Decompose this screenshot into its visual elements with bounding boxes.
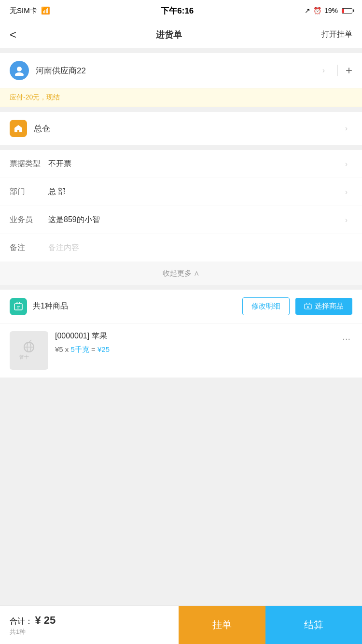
page-title: 进货单 (156, 29, 182, 41)
status-bar: 无SIM卡 📶 下午6:16 ↗ ⏰ 19% (0, 0, 362, 21)
collapse-bar[interactable]: 收起更多 ∧ (0, 262, 362, 285)
notice-text: 应付-20元，现结 (10, 93, 60, 101)
invoice-label: 票据类型 (10, 159, 48, 169)
status-time: 下午6:16 (161, 5, 194, 16)
total-row: 合计： ¥ 25 (10, 614, 169, 627)
product-item: 督十 [0000001] 苹果 ¥5 x 5千克 = ¥25 ··· (0, 323, 362, 378)
battery-icon (342, 8, 352, 14)
product-title: 苹果 (92, 332, 107, 340)
warehouse-name: 总仓 (34, 123, 345, 134)
invoice-value: 不开票 (48, 159, 345, 169)
dept-chevron-icon: › (345, 188, 348, 196)
edit-detail-button[interactable]: 修改明细 (242, 297, 290, 315)
product-info: [0000001] 苹果 ¥5 x 5千克 = ¥25 (55, 331, 334, 354)
select-product-button[interactable]: 选择商品 (295, 298, 352, 315)
products-header: 共1种商品 修改明细 选择商品 (0, 290, 362, 323)
notice-bar: 应付-20元，现结 (0, 88, 362, 107)
product-more-button[interactable]: ··· (340, 331, 352, 346)
warehouse-icon (10, 120, 27, 137)
checkout-button[interactable]: 结算 (265, 606, 362, 644)
product-multiply-icon: x (65, 345, 71, 353)
battery-label: 19% (324, 7, 338, 14)
open-hang-button[interactable]: 打开挂单 (321, 29, 352, 40)
invoice-chevron-icon: › (345, 160, 348, 168)
note-placeholder[interactable]: 备注内容 (48, 243, 352, 253)
supplier-section: 河南供应商22 › + 应付-20元，现结 (0, 53, 362, 107)
product-price: ¥5 x 5千克 = ¥25 (55, 345, 334, 354)
form-row-salesman[interactable]: 业务员 这是859的小智 › (0, 206, 362, 234)
divider (337, 65, 338, 76)
status-left: 无SIM卡 📶 (10, 6, 50, 15)
dept-label: 部门 (10, 187, 48, 197)
total-count: 共1种 (10, 628, 169, 636)
svg-text:督十: 督十 (19, 354, 29, 360)
nav-bar: < 进货单 打开挂单 (0, 21, 362, 48)
svg-point-1 (15, 72, 24, 76)
section-gap-3 (0, 145, 362, 150)
carrier-label: 无SIM卡 (10, 6, 37, 15)
product-thumbnail: 督十 (10, 331, 48, 370)
section-gap-4 (0, 285, 362, 290)
product-name: [0000001] 苹果 (55, 331, 334, 341)
products-section: 共1种商品 修改明细 选择商品 督十 [0000001] 苹果 (0, 290, 362, 378)
add-supplier-button[interactable]: + (346, 64, 352, 77)
total-amount: ¥ 25 (35, 614, 56, 626)
form-section: 票据类型 不开票 › 部门 总 部 › 业务员 这是859的小智 › 备注 备注… (0, 150, 362, 262)
note-label: 备注 (10, 243, 48, 253)
products-icon (10, 298, 27, 315)
products-count: 共1种商品 (33, 301, 237, 311)
total-label: 合计： (10, 617, 33, 625)
warehouse-section: 总仓 › (0, 112, 362, 145)
product-unit-price: ¥5 (55, 345, 63, 353)
location-icon: ↗ (305, 7, 310, 14)
supplier-chevron-icon: › (322, 66, 325, 75)
dept-value: 总 部 (48, 187, 345, 197)
warehouse-chevron-icon: › (345, 124, 348, 133)
form-row-note[interactable]: 备注 备注内容 (0, 234, 362, 262)
total-section: 合计： ¥ 25 共1种 (0, 614, 179, 636)
section-gap-1 (0, 48, 362, 53)
product-quantity[interactable]: 5千克 (71, 345, 89, 353)
status-right: ↗ ⏰ 19% (305, 7, 352, 14)
form-row-dept[interactable]: 部门 总 部 › (0, 178, 362, 206)
select-product-label: 选择商品 (315, 302, 344, 311)
product-id: [0000001] (55, 332, 89, 340)
hang-button[interactable]: 挂单 (179, 606, 265, 644)
supplier-avatar (10, 61, 29, 80)
salesman-chevron-icon: › (345, 216, 348, 224)
salesman-label: 业务员 (10, 215, 48, 225)
warehouse-row[interactable]: 总仓 › (0, 112, 362, 145)
supplier-name: 河南供应商22 (36, 65, 322, 76)
alarm-icon: ⏰ (313, 7, 321, 14)
product-total: ¥25 (97, 345, 110, 353)
salesman-value: 这是859的小智 (48, 215, 345, 225)
form-row-invoice[interactable]: 票据类型 不开票 › (0, 150, 362, 178)
bottom-bar: 合计： ¥ 25 共1种 挂单 结算 (0, 605, 362, 644)
wifi-icon: 📶 (41, 6, 50, 15)
product-equals-icon: = (91, 345, 97, 353)
section-gap-2 (0, 107, 362, 112)
supplier-row[interactable]: 河南供应商22 › + (0, 53, 362, 88)
svg-point-0 (17, 67, 22, 71)
back-button[interactable]: < (10, 28, 16, 42)
bottom-spacer (0, 378, 362, 416)
